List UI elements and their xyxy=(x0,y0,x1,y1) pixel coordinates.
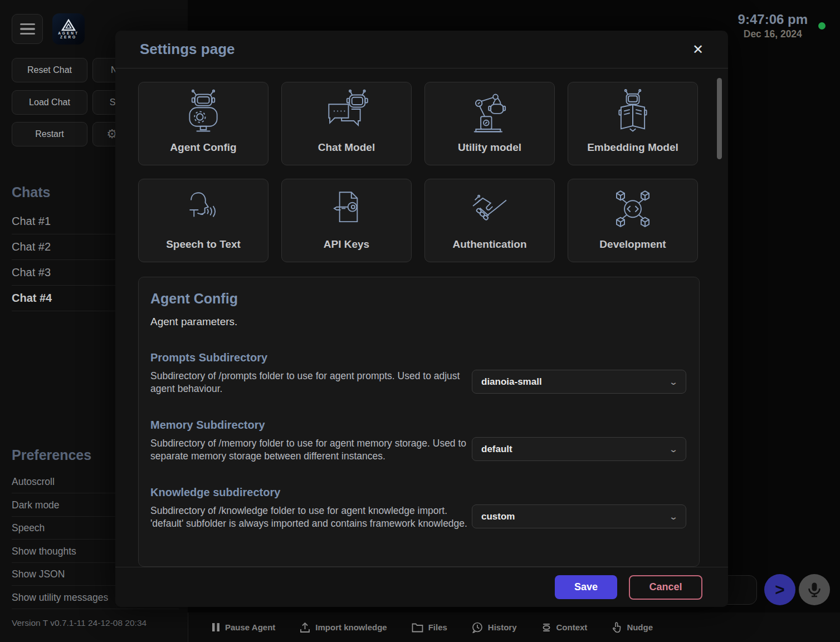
card-speech-to-text[interactable]: Speech to Text xyxy=(138,179,268,262)
preference-label: Show thoughts xyxy=(12,546,76,557)
bb-label: Import knowledge xyxy=(315,623,387,632)
chevron-down-icon: ⌄ xyxy=(669,512,678,521)
bb-label: Pause Agent xyxy=(225,623,275,632)
folder-icon xyxy=(412,623,423,633)
agent-zero-triangle-icon xyxy=(61,19,76,31)
section-title: Agent Config xyxy=(150,291,686,307)
preference-label: Speech xyxy=(12,522,45,534)
card-api-keys[interactable]: API Keys xyxy=(281,179,412,262)
send-icon: > xyxy=(775,580,785,599)
knowledge-subdirectory-select[interactable]: custom ⌄ xyxy=(472,504,686,528)
bb-label: Nudge xyxy=(627,623,653,632)
pause-agent-button[interactable]: Pause Agent xyxy=(212,623,275,632)
card-utility-model[interactable]: Utility model xyxy=(424,82,555,165)
chat-item-label: Chat #2 xyxy=(12,241,51,253)
select-value: default xyxy=(481,444,512,455)
history-icon xyxy=(472,622,483,633)
embedding-model-icon xyxy=(608,89,657,137)
preference-label: Autoscroll xyxy=(12,476,55,488)
close-icon[interactable]: ✕ xyxy=(692,43,704,56)
nudge-button[interactable]: Nudge xyxy=(612,622,653,633)
chat-item-label: Chat #1 xyxy=(12,215,51,228)
menu-toggle-button[interactable] xyxy=(12,14,43,44)
clock: 9:47:06 pm Dec 16, 2024 xyxy=(738,12,808,40)
reset-chat-label: Reset Chat xyxy=(27,65,72,75)
microphone-icon xyxy=(807,582,822,597)
memory-subdirectory-select[interactable]: default ⌄ xyxy=(472,437,686,461)
context-icon xyxy=(541,623,551,633)
pause-icon xyxy=(212,623,220,632)
send-button[interactable]: > xyxy=(764,574,795,605)
load-chat-label: Load Chat xyxy=(29,97,70,107)
preferences-heading: Preferences xyxy=(12,447,91,463)
card-label: Chat Model xyxy=(318,141,375,154)
card-authentication[interactable]: Authentication xyxy=(424,179,555,262)
field-description: Subdirectory of /knowledge folder to use… xyxy=(150,504,469,530)
field-description: Subdirectory of /memory folder to use fo… xyxy=(150,437,469,463)
select-value: custom xyxy=(481,511,515,522)
card-chat-model[interactable]: Chat Model xyxy=(281,82,412,165)
field-description: Subdirectory of /prompts folder to use f… xyxy=(150,370,469,395)
card-label: API Keys xyxy=(324,238,369,251)
logo-text-line1: AGENT xyxy=(58,31,79,35)
speech-to-text-icon xyxy=(179,186,228,234)
card-label: Development xyxy=(599,238,666,251)
upload-icon xyxy=(300,622,310,633)
bottom-toolbar: Pause Agent Import knowledge Files Histo… xyxy=(188,612,840,642)
bb-label: Context xyxy=(556,623,588,632)
restart-label: Restart xyxy=(35,129,64,139)
history-button[interactable]: History xyxy=(472,622,517,633)
card-label: Authentication xyxy=(453,238,527,251)
clock-time: 9:47:06 pm xyxy=(738,12,808,27)
files-button[interactable]: Files xyxy=(412,623,447,633)
utility-model-icon xyxy=(465,89,514,137)
settings-modal-footer: Save Cancel xyxy=(115,567,728,607)
field-knowledge-subdirectory: Knowledge subdirectory Subdirectory of /… xyxy=(150,486,686,530)
restart-button[interactable]: Restart xyxy=(12,122,87,146)
chat-item-label: Chat #3 xyxy=(12,266,51,279)
chevron-down-icon: ⌄ xyxy=(669,445,678,454)
settings-sections-grid: Agent Config Chat Model xyxy=(138,82,699,262)
field-label: Knowledge subdirectory xyxy=(150,486,686,499)
preference-label: Dark mode xyxy=(12,499,60,511)
field-label: Prompts Subdirectory xyxy=(150,351,686,364)
field-memory-subdirectory: Memory Subdirectory Subdirectory of /mem… xyxy=(150,419,686,463)
authentication-icon xyxy=(465,186,514,234)
version-text: Version T v0.7.1-11 24-12-08 20:34 xyxy=(12,618,146,628)
reset-chat-button[interactable]: Reset Chat xyxy=(12,58,87,82)
modal-scrollbar[interactable] xyxy=(717,78,722,159)
microphone-button[interactable] xyxy=(799,574,830,605)
settings-modal-header: Settings page ✕ xyxy=(115,31,728,68)
card-agent-config[interactable]: Agent Config xyxy=(138,82,268,165)
prompts-subdirectory-select[interactable]: dianoia-small ⌄ xyxy=(472,370,686,394)
hamburger-icon xyxy=(20,23,35,26)
card-label: Embedding Model xyxy=(587,141,678,154)
load-chat-button[interactable]: Load Chat xyxy=(12,90,87,115)
app-logo: AGENT ZERO xyxy=(52,13,85,45)
section-subtitle: Agent parameters. xyxy=(150,316,686,328)
chevron-down-icon: ⌄ xyxy=(669,378,678,386)
cancel-button[interactable]: Cancel xyxy=(629,575,702,600)
logo-text-line2: ZERO xyxy=(60,35,77,39)
development-icon xyxy=(608,186,657,234)
import-knowledge-button[interactable]: Import knowledge xyxy=(300,622,387,633)
preference-label: Show JSON xyxy=(12,569,65,580)
field-label: Memory Subdirectory xyxy=(150,419,686,432)
field-prompts-subdirectory: Prompts Subdirectory Subdirectory of /pr… xyxy=(150,351,686,395)
context-button[interactable]: Context xyxy=(541,623,588,633)
settings-modal: Settings page ✕ Agent Config xyxy=(115,31,728,607)
card-development[interactable]: Development xyxy=(568,179,698,262)
bb-label: History xyxy=(488,623,517,632)
online-status-dot xyxy=(818,22,826,30)
agent-config-panel: Agent Config Agent parameters. Prompts S… xyxy=(138,277,700,567)
save-button[interactable]: Save xyxy=(555,575,617,599)
chat-item-label: Chat #4 xyxy=(12,292,52,305)
chat-model-icon xyxy=(322,89,371,137)
preference-label: Show utility messages xyxy=(12,592,108,604)
card-embedding-model[interactable]: Embedding Model xyxy=(568,82,698,165)
card-label: Speech to Text xyxy=(166,238,241,251)
chats-heading: Chats xyxy=(12,184,50,200)
clock-date: Dec 16, 2024 xyxy=(738,28,808,40)
card-label: Utility model xyxy=(458,141,521,154)
card-label: Agent Config xyxy=(170,141,236,154)
